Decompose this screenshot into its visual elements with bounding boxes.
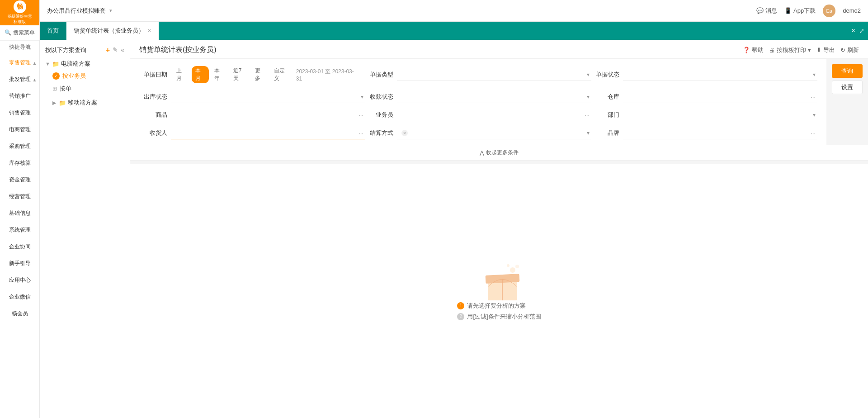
date-btn-custom[interactable]: 自定义: [270, 66, 292, 83]
date-btn-lastmonth[interactable]: 上月: [173, 66, 190, 83]
svg-point-4: [515, 265, 519, 268]
settings-button[interactable]: 设置: [832, 81, 863, 94]
pay-status-label: 收款状态: [365, 93, 397, 101]
settle-tag-close[interactable]: ×: [401, 130, 408, 136]
tab-sales-stat-label: 销货单统计表（按业务员）: [74, 27, 144, 35]
sub-scheme-icon: ⊞: [52, 86, 57, 92]
salesperson-control[interactable]: ···: [397, 109, 591, 121]
filter-settle: 结算方式 × ▾: [365, 127, 591, 139]
mobile-group-toggle-icon: ▶: [52, 100, 56, 106]
filter-area: 单据日期 上月 本月 本年 近7天 更多 自定义 2023-03-01 至 20…: [130, 59, 826, 145]
date-btn-thisyear[interactable]: 本年: [211, 66, 228, 83]
sidebar: 畅 畅捷通好生意 标准版 🔍 搜索菜单 快捷导航 零售管理 ▲ 批发管理 ▲ 营…: [0, 0, 40, 418]
sidebar-item-sales[interactable]: 销售管理: [0, 104, 40, 121]
settle-control: × ▾: [397, 127, 591, 139]
sidebar-item-finance[interactable]: 资金管理: [0, 171, 40, 188]
group-toggle-icon: ▼: [45, 61, 50, 66]
filter-row-3: 商品 ··· 业务员 ··· 部门: [139, 109, 817, 121]
filter-row-1: 单据日期 上月 本月 本年 近7天 更多 自定义 2023-03-01 至 20…: [139, 64, 817, 85]
svg-point-5: [507, 264, 509, 267]
sidebar-item-retail[interactable]: 零售管理 ▲: [0, 54, 40, 71]
sidebar-item-marketing[interactable]: 营销推广: [0, 88, 40, 104]
scheme-item-by-order[interactable]: ⊞ 按单: [40, 82, 130, 95]
filter-row-4: 收货人 ··· 结算方式 × ▾: [139, 127, 817, 139]
message-button[interactable]: 💬 消息: [756, 7, 777, 15]
export-button[interactable]: ⬇ 导出: [816, 46, 835, 54]
folder-icon: 📁: [52, 61, 59, 67]
sidebar-item-enterprise[interactable]: 企业协同: [0, 238, 40, 255]
tab-sales-stat[interactable]: 销货单统计表（按业务员） ×: [66, 22, 159, 40]
user-name-label[interactable]: demo2: [843, 7, 861, 14]
date-btn-7days[interactable]: 近7天: [230, 66, 250, 83]
print-label: 按模板打印: [777, 46, 806, 54]
panel-collapse-btn[interactable]: «: [121, 46, 124, 54]
export-label: 导出: [823, 46, 835, 54]
page-title: 销货单统计表(按业务员): [139, 45, 217, 55]
panel-header: 按以下方案查询 + ✎ «: [40, 44, 130, 58]
collapse-button[interactable]: ⋀ 收起更多条件: [480, 149, 519, 157]
scheme-item-order-label: 按单: [60, 85, 71, 93]
filter-date: 单据日期 上月 本月 本年 近7天 更多 自定义 2023-03-01 至 20…: [139, 64, 365, 85]
sidebar-item-purchase[interactable]: 采购管理: [0, 138, 40, 155]
app-name-dropdown-icon[interactable]: ▾: [109, 8, 112, 14]
sidebar-item-system[interactable]: 系统管理: [0, 222, 40, 238]
app-name-label: 办公用品行业模拟账套: [47, 7, 106, 15]
collapse-bar[interactable]: ⋀ 收起更多条件: [130, 145, 868, 161]
tab-expand-icon[interactable]: ⤢: [859, 27, 864, 34]
consignee-label: 收货人: [139, 129, 171, 137]
out-status-control[interactable]: ▾: [171, 90, 365, 103]
sidebar-item-wholesale[interactable]: 批发管理 ▲: [0, 71, 40, 88]
print-icon: 🖨: [769, 47, 775, 53]
sidebar-quick-nav[interactable]: 快捷导航: [0, 41, 40, 54]
scheme-group-mobile-title[interactable]: ▶ 📁 移动端方案: [40, 97, 130, 109]
warehouse-control[interactable]: ···: [623, 90, 817, 103]
dept-label: 部门: [591, 111, 623, 119]
message-icon: 💬: [756, 7, 764, 14]
tab-close-icon[interactable]: ×: [148, 28, 151, 34]
group-title-label: 电脑端方案: [61, 60, 90, 68]
empty-hint-2: 2 用[过滤]条件来缩小分析范围: [457, 313, 541, 321]
doc-type-control[interactable]: ▾: [397, 68, 591, 81]
print-button[interactable]: 🖨 按模板打印 ▾: [769, 46, 811, 54]
collapse-label: 收起更多条件: [486, 149, 519, 157]
goods-control[interactable]: ···: [171, 109, 365, 121]
filter-salesperson: 业务员 ···: [365, 109, 591, 121]
brand-control[interactable]: ···: [623, 127, 817, 139]
consignee-control[interactable]: ···: [171, 127, 365, 139]
sidebar-item-basic[interactable]: 基础信息: [0, 205, 40, 222]
pay-status-control[interactable]: ▾: [397, 90, 591, 103]
panel-add-btn[interactable]: +: [106, 46, 110, 54]
scheme-item-salesperson[interactable]: ✓ 按业务员: [40, 70, 130, 82]
tab-home[interactable]: 首页: [40, 22, 66, 40]
active-scheme-dot: ✓: [52, 72, 60, 80]
sidebar-item-wechat[interactable]: 企业微信: [0, 289, 40, 305]
sidebar-item-operations[interactable]: 经营管理: [0, 188, 40, 205]
date-btn-thismonth[interactable]: 本月: [192, 66, 209, 83]
query-button[interactable]: 查询: [832, 64, 863, 78]
doc-type-label: 单据类型: [365, 71, 397, 79]
collapse-icon: ⋀: [480, 150, 484, 156]
panel-edit-btn[interactable]: ✎: [113, 46, 118, 54]
empty-hints: 1 请先选择要分析的方案 2 用[过滤]条件来缩小分析范围: [457, 302, 541, 321]
doc-status-control[interactable]: ▾: [623, 68, 817, 81]
app-download-button[interactable]: 📱 App下载: [784, 7, 816, 15]
sidebar-item-inventory[interactable]: 库存核算: [0, 155, 40, 171]
help-icon: ❓: [743, 47, 750, 53]
sidebar-item-appcenter[interactable]: 应用中心: [0, 272, 40, 289]
sidebar-item-member[interactable]: 畅会员: [0, 305, 40, 322]
scheme-group-desktop-title[interactable]: ▼ 📁 电脑端方案: [40, 58, 130, 70]
refresh-button[interactable]: ↻ 刷新: [840, 46, 859, 54]
brand-label: 品牌: [591, 129, 623, 137]
tab-close-all-icon[interactable]: ×: [851, 27, 855, 35]
sidebar-item-ecommerce[interactable]: 电商管理: [0, 121, 40, 138]
sidebar-item-newbie[interactable]: 新手引导: [0, 255, 40, 272]
dept-control[interactable]: ▾: [623, 109, 817, 121]
svg-point-3: [510, 267, 515, 273]
sidebar-search[interactable]: 🔍 搜索菜单: [0, 25, 40, 41]
salesperson-label: 业务员: [365, 111, 397, 119]
refresh-icon: ↻: [840, 47, 845, 53]
user-avatar[interactable]: Ea: [823, 5, 835, 17]
settle-dropdown-icon: ▾: [587, 130, 590, 136]
date-btn-more[interactable]: 更多: [251, 66, 269, 83]
help-button[interactable]: ❓ 帮助: [743, 46, 764, 54]
